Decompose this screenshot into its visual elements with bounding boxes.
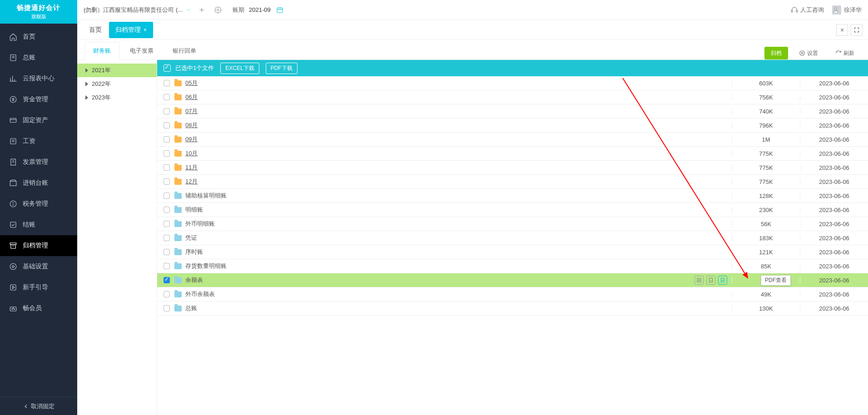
pdf-view-icon[interactable]: [718, 276, 727, 285]
period-value[interactable]: 2021-09: [249, 6, 271, 13]
row-checkbox[interactable]: [164, 108, 170, 114]
file-row[interactable]: 08月 796K 2023-06-06: [157, 119, 868, 133]
row-checkbox[interactable]: [164, 122, 170, 128]
file-name[interactable]: 余额表: [185, 276, 203, 284]
select-all-checkbox[interactable]: [164, 64, 171, 72]
file-name[interactable]: 12月: [185, 178, 198, 186]
row-checkbox[interactable]: [164, 291, 170, 297]
file-name[interactable]: 明细账: [185, 206, 203, 214]
nav-item-vip[interactable]: 畅会员: [0, 298, 77, 319]
nav-item-gear[interactable]: 基础设置: [0, 256, 77, 277]
row-checkbox[interactable]: [164, 150, 170, 157]
file-size: 230K: [732, 207, 800, 213]
row-checkbox[interactable]: [164, 164, 170, 171]
add-icon[interactable]: [195, 4, 208, 16]
gear-icon[interactable]: [212, 4, 224, 16]
file-name[interactable]: 外币余额表: [185, 290, 215, 298]
tree-item-0[interactable]: 2021年: [77, 64, 157, 77]
company-selector[interactable]: (勿删）江西服宝精品有限责任公司 (...: [84, 6, 192, 14]
row-checkbox[interactable]: [164, 207, 170, 213]
tab-0[interactable]: 首页: [83, 22, 108, 38]
file-row[interactable]: 凭证 183K 2023-06-06: [157, 231, 868, 245]
file-row[interactable]: 05月 603K 2023-06-06: [157, 76, 868, 90]
file-name[interactable]: 总账: [185, 304, 197, 312]
user-menu[interactable]: 徐泽华: [832, 5, 862, 15]
file-name[interactable]: 08月: [185, 121, 198, 129]
archive-button[interactable]: 归档: [764, 47, 788, 59]
nav-item-archive[interactable]: 归档管理: [0, 235, 77, 256]
file-name[interactable]: 10月: [185, 149, 198, 158]
tooltip: PDF查看: [761, 275, 791, 286]
file-row[interactable]: 07月 740K 2023-06-06: [157, 104, 868, 119]
file-row[interactable]: 外币明细账 56K 2023-06-06: [157, 217, 868, 231]
subtab-0[interactable]: 财务账: [84, 42, 119, 60]
nav-item-ledger[interactable]: 总账: [0, 47, 77, 68]
nav-item-guide[interactable]: 新手引导: [0, 277, 77, 298]
file-row[interactable]: 总账 130K 2023-06-06: [157, 301, 868, 316]
file-name[interactable]: 辅助核算明细账: [185, 192, 227, 200]
refresh-button[interactable]: 刷新: [829, 47, 861, 59]
tree-item-2[interactable]: 2023年: [77, 91, 157, 104]
nav-item-stock[interactable]: 进销台账: [0, 173, 77, 193]
excel-view-icon[interactable]: [694, 276, 704, 285]
nav-item-chart[interactable]: 云报表中心: [0, 68, 77, 89]
nav-item-salary[interactable]: 工资: [0, 131, 77, 152]
file-name[interactable]: 存货数量明细账: [185, 262, 227, 270]
nav-label: 进销台账: [23, 179, 48, 187]
tree-item-1[interactable]: 2022年: [77, 77, 157, 91]
file-row[interactable]: 11月 775K 2023-06-06: [157, 161, 868, 175]
row-checkbox[interactable]: [164, 94, 170, 100]
file-row[interactable]: 余额表 PDF查看 3K 2023-06-06: [157, 273, 868, 287]
tab-close-button[interactable]: ×: [836, 24, 848, 36]
subtab-2[interactable]: 银行回单: [164, 41, 205, 59]
row-checkbox[interactable]: [164, 193, 170, 199]
file-row[interactable]: 09月 1M 2023-06-06: [157, 133, 868, 147]
tab-1[interactable]: 归档管理×: [109, 22, 153, 38]
nav-item-close[interactable]: 结账: [0, 214, 77, 235]
nav-item-asset[interactable]: 固定资产: [0, 110, 77, 131]
row-checkbox[interactable]: [164, 178, 170, 185]
file-row[interactable]: 外币余额表 49K 2023-06-06: [157, 287, 868, 301]
nav-label: 首页: [23, 33, 35, 41]
excel-download-button[interactable]: EXCEL下载: [220, 63, 259, 74]
close-icon[interactable]: ×: [144, 27, 147, 33]
file-row[interactable]: 12月 775K 2023-06-06: [157, 175, 868, 189]
file-name[interactable]: 07月: [185, 107, 198, 115]
row-checkbox[interactable]: [164, 80, 170, 86]
pdf-export-icon[interactable]: [706, 276, 715, 285]
file-row[interactable]: 存货数量明细账 85K 2023-06-06: [157, 259, 868, 273]
pdf-download-button[interactable]: PDF下载: [266, 63, 298, 74]
file-row[interactable]: 06月 756K 2023-06-06: [157, 90, 868, 104]
nav-label: 归档管理: [23, 242, 48, 250]
file-name[interactable]: 序时账: [185, 248, 203, 256]
row-checkbox[interactable]: [164, 263, 170, 269]
row-checkbox[interactable]: [164, 235, 170, 241]
nav-item-invoice[interactable]: 发票管理: [0, 152, 77, 173]
sidebar-unpin[interactable]: 取消固定: [0, 397, 77, 415]
file-name[interactable]: 09月: [185, 135, 198, 143]
nav-item-tax[interactable]: 税务管理: [0, 193, 77, 214]
file-name[interactable]: 11月: [185, 163, 198, 172]
row-checkbox[interactable]: [164, 249, 170, 255]
nav-item-money[interactable]: 资金管理: [0, 89, 77, 110]
row-checkbox[interactable]: [164, 277, 170, 283]
calendar-icon[interactable]: [273, 4, 286, 16]
file-name[interactable]: 05月: [185, 79, 198, 87]
settings-button[interactable]: 设置: [793, 47, 824, 59]
fullscreen-button[interactable]: [851, 24, 863, 36]
file-date: 2023-06-06: [800, 291, 868, 298]
row-checkbox[interactable]: [164, 305, 170, 311]
row-checkbox[interactable]: [164, 221, 170, 227]
file-row[interactable]: 明细账 230K 2023-06-06: [157, 203, 868, 217]
row-checkbox[interactable]: [164, 136, 170, 143]
file-row[interactable]: 辅助核算明细账 128K 2023-06-06: [157, 189, 868, 203]
file-name[interactable]: 外币明细账: [185, 220, 215, 228]
file-row[interactable]: 10月 775K 2023-06-06: [157, 147, 868, 161]
consult-button[interactable]: 人工咨询: [791, 6, 824, 14]
file-row[interactable]: 序时账 121K 2023-06-06: [157, 245, 868, 259]
file-name[interactable]: 06月: [185, 93, 198, 101]
file-name[interactable]: 凭证: [185, 234, 197, 242]
nav: 首页总账云报表中心资金管理固定资产工资发票管理进销台账税务管理结账归档管理基础设…: [0, 24, 77, 397]
nav-item-home[interactable]: 首页: [0, 26, 77, 47]
subtab-1[interactable]: 电子发票: [121, 41, 162, 59]
